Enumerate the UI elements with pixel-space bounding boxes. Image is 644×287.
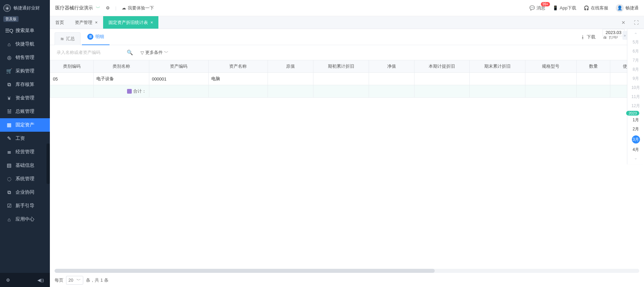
sum-cell [414, 85, 469, 98]
table-cell [577, 73, 610, 85]
pagination-footer: 每页 20 ﹀ 条，共 1 条 [50, 273, 644, 287]
period-month[interactable]: 6月 [632, 47, 640, 56]
org-switcher[interactable]: 医疗器械行业演示 ﹀ [55, 5, 100, 11]
nav-icon: ◌ [6, 176, 12, 182]
tab-0[interactable]: 首页 [50, 16, 69, 29]
sidebar-scrollbar[interactable] [47, 144, 50, 184]
app-download-button[interactable]: 📱 App下载 [553, 5, 576, 11]
column-header[interactable]: 规格型号 [525, 60, 577, 73]
app-label: App下载 [560, 5, 576, 11]
period-month[interactable]: 7月 [632, 56, 640, 65]
sidebar-item-3[interactable]: 🛒采购管理 [0, 64, 50, 78]
nav-icon: ≣ [6, 149, 12, 155]
org-settings-button[interactable]: ⚙ [106, 5, 110, 10]
column-header[interactable]: 数量 [577, 60, 610, 73]
table-cell [268, 73, 313, 85]
edition-badge: 普及版 [3, 16, 19, 22]
period-month[interactable]: 9月 [632, 74, 640, 83]
brand: ◈ 畅捷通好业财 [0, 0, 50, 16]
sidebar-item-label: 总账管理 [16, 108, 34, 115]
horizontal-scrollbar[interactable] [55, 269, 639, 273]
sidebar-item-1[interactable]: ⌂快捷导航 [0, 37, 50, 51]
column-header[interactable]: 期初累计折旧 [313, 60, 369, 73]
try-label: 我要体验一下 [128, 5, 154, 11]
sidebar-item-0[interactable]: ☰Q搜索菜单 [0, 24, 50, 37]
list-icon: ≣ [87, 34, 93, 40]
sidebar-item-8[interactable]: ✎工资 [0, 132, 50, 145]
period-month[interactable]: 5月 [632, 38, 640, 47]
column-header[interactable]: 类别名称 [94, 60, 149, 73]
column-header[interactable]: 类别编码 [50, 60, 94, 73]
search-button[interactable]: 🔍 [125, 50, 135, 56]
chevron-down-icon: ﹀ [76, 277, 81, 283]
column-header[interactable]: 资产编码 [149, 60, 208, 73]
period-month[interactable]: 12月 [632, 101, 640, 110]
nav-icon: ⌂ [6, 217, 12, 222]
subtab-detail[interactable]: ≣ 明细 [82, 29, 110, 45]
try-button[interactable]: ☁ 我要体验一下 [122, 5, 154, 11]
period-month[interactable]: 1月 [632, 116, 640, 125]
sidebar-item-2[interactable]: ◎销售管理 [0, 51, 50, 64]
collapse-icon[interactable]: ◀)) [37, 278, 44, 283]
per-page-label: 每页 [55, 277, 63, 283]
tab-label: 首页 [55, 20, 64, 26]
period-prev-button[interactable]: ⌃ [633, 31, 639, 38]
sidebar-item-4[interactable]: ⧉库存核算 [0, 78, 50, 91]
period-next-button[interactable]: ⌄ [633, 154, 639, 161]
cloud-icon: ☁ [122, 5, 126, 10]
close-all-tabs-button[interactable]: ✕ [619, 18, 628, 27]
more-conditions-button[interactable]: ▽ 更多条件 ﹀ [138, 50, 171, 56]
sum-cell [470, 85, 525, 98]
sidebar-item-label: 销售管理 [16, 55, 34, 61]
settings-icon[interactable]: ⚙ [6, 278, 10, 283]
brand-icon: ◈ [3, 4, 11, 12]
tab-label: 资产管理 [75, 20, 92, 26]
search-input[interactable] [55, 47, 122, 58]
sidebar-item-9[interactable]: ≣经营管理 [0, 145, 50, 159]
period-month[interactable]: 3月 [632, 134, 640, 145]
table-row[interactable]: 05电子设备000001电脑 [50, 73, 644, 85]
column-header[interactable]: 净值 [369, 60, 414, 73]
column-header[interactable]: 资产名称 [208, 60, 268, 73]
period-month[interactable]: 10月 [632, 83, 640, 92]
sidebar-item-6[interactable]: ☱总账管理 [0, 105, 50, 118]
period-month[interactable]: 8月 [632, 65, 640, 74]
download-icon: ⭳ [581, 34, 585, 39]
sidebar-item-7[interactable]: ▦固定资产 [0, 118, 50, 132]
more-conditions-label: 更多条件 [145, 50, 163, 56]
column-header[interactable]: 原值 [268, 60, 313, 73]
tab-2[interactable]: 固定资产折旧统计表× [103, 16, 159, 29]
headset-icon: 🎧 [584, 5, 589, 10]
column-header[interactable]: 期末累计折旧 [470, 60, 525, 73]
period-month[interactable]: 11月 [632, 92, 640, 101]
sidebar-item-label: 企业协同 [16, 189, 34, 195]
table-cell: 05 [50, 73, 94, 85]
tab-1[interactable]: 资产管理× [69, 16, 103, 29]
content: ≋ 汇总 ≣ 明细 ⭳下载 🖨打印 ⟳刷新 🔍 ▽ 更多条件 ﹀ [50, 29, 644, 287]
column-header[interactable]: 本期计提折旧 [414, 60, 469, 73]
page-size-select[interactable]: 20 ﹀ [66, 276, 83, 285]
subtab-summary-label: 汇总 [66, 36, 75, 42]
period-month[interactable]: 2月 [632, 125, 640, 134]
support-button[interactable]: 🎧 在线客服 [584, 5, 608, 11]
table-cell [470, 73, 525, 85]
messages-button[interactable]: 💬 消息 99+ [529, 5, 545, 11]
sidebar-item-label: 采购管理 [16, 68, 34, 74]
subtab-summary[interactable]: ≋ 汇总 [55, 32, 81, 45]
period-collapse-handle[interactable]: » [622, 31, 627, 40]
sidebar-item-5[interactable]: ¥资金管理 [0, 91, 50, 105]
tab-close-button[interactable]: × [95, 20, 98, 25]
sidebar-item-label: 搜索菜单 [16, 28, 34, 34]
tab-close-button[interactable]: × [151, 20, 153, 25]
fullscreen-button[interactable]: ⛶ [632, 18, 641, 27]
period-month[interactable]: 4月 [632, 145, 640, 154]
sidebar-item-10[interactable]: ▤基础信息 [0, 159, 50, 172]
sidebar-item-11[interactable]: ◌系统管理 [0, 172, 50, 186]
sidebar-item-14[interactable]: ⌂应用中心 [0, 213, 50, 226]
download-button[interactable]: ⭳下载 [581, 34, 595, 40]
sidebar-item-12[interactable]: ⧉企业协同 [0, 186, 50, 199]
sidebar-item-label: 固定资产 [16, 122, 34, 128]
user-menu[interactable]: 👤 畅捷通 [616, 4, 639, 12]
sidebar-item-label: 经营管理 [16, 149, 34, 155]
sidebar-item-13[interactable]: ☑新手引导 [0, 199, 50, 213]
